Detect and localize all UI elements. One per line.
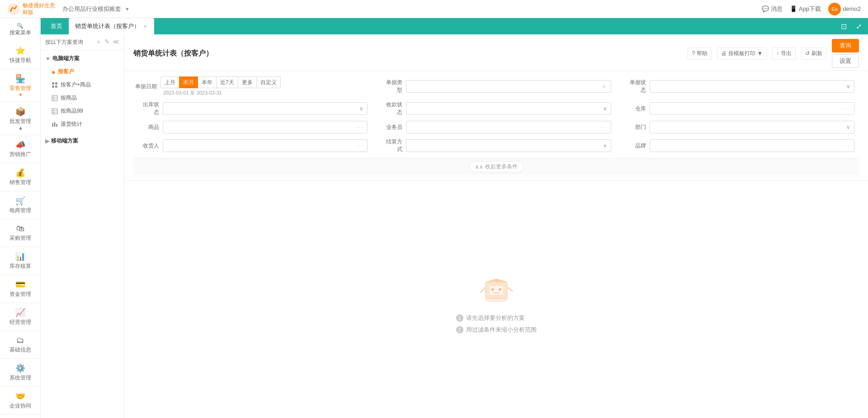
date-btn-custom[interactable]: 自定义	[256, 76, 281, 88]
sidebar-item-wholesale[interactable]: 📦 批发管理 ▲	[0, 102, 40, 135]
scheme-customer-icon: ●	[52, 68, 55, 76]
settings-btn[interactable]: 设置	[832, 54, 859, 68]
order-type-dropdown-icon: ∨	[602, 83, 607, 90]
logo-text: 畅捷通好生意 标版	[23, 2, 55, 15]
salesperson-select[interactable]: ···	[406, 121, 611, 133]
sidebar-item-quicknav[interactable]: ⭐ 快捷导航	[0, 41, 40, 69]
svg-rect-16	[56, 124, 57, 127]
filter-row-2: 出库状态 ∨ 收款状态 ∨	[133, 101, 859, 116]
basic-icon: 🗂	[16, 336, 24, 345]
sidebar-item-ecommerce[interactable]: 🛒 电商管理	[0, 191, 40, 219]
filter-brand-label: 品牌	[625, 142, 650, 150]
empty-state-illustration	[474, 261, 519, 307]
payment-status-select[interactable]: ∨	[406, 102, 611, 115]
group-expand-icon: ▼	[45, 56, 51, 62]
filter-row-3: 商品 ··· 业务员 ···	[133, 121, 859, 133]
scheme-refund-stats[interactable]: 退货统计	[41, 118, 124, 131]
department-select[interactable]: ∨	[650, 121, 854, 133]
date-btn-this-year[interactable]: 本年	[198, 76, 217, 88]
purchase-icon: 🛍	[16, 224, 24, 233]
sidebar-item-newbie[interactable]: 🎯 新手引导	[0, 415, 40, 418]
edit-scheme-btn[interactable]: ✎	[104, 38, 110, 46]
scheme-by-product99[interactable]: 按商品99	[41, 104, 124, 118]
filter-department-label: 部门	[625, 124, 650, 131]
print-btn[interactable]: 🖨 按模板打印 ▼	[717, 48, 767, 60]
sidebar-item-basic[interactable]: 🗂 基础信息	[0, 331, 40, 359]
scheme-by-product[interactable]: 按商品	[41, 91, 124, 104]
wholesale-arrow: ▲	[19, 125, 23, 130]
mobile-group-title[interactable]: ▶ 移动端方案	[41, 134, 124, 147]
page-actions: ? 帮助 🖨 按模板打印 ▼ ↑ 导出 ↺	[688, 39, 859, 68]
sidebar-item-sales[interactable]: 💰 销售管理	[0, 163, 40, 191]
query-btn[interactable]: 查询	[832, 39, 859, 52]
filter-settlement-label: 结算方式	[381, 138, 406, 153]
panel-header-left: 按以下方案查询	[45, 38, 83, 46]
filter-area: 单据日期 上月 本月 本年 近7天 更多 自定义 20	[124, 71, 868, 181]
salesperson-more-icon: ···	[600, 124, 607, 130]
export-btn[interactable]: ↑ 导出	[772, 48, 796, 60]
tab-active[interactable]: 销货单统计表（按客户） ×	[69, 18, 154, 34]
tab-restore-btn[interactable]: ⊡	[838, 21, 849, 32]
filter-warehouse-cell: 仓库 ···	[620, 101, 859, 116]
scheme-by-customer-product[interactable]: 按客户+商品	[41, 78, 124, 91]
svg-point-23	[499, 288, 501, 291]
empty-state-tips: 1 请先选择要分析的方案 2 用过滤条件来缩小分析范围	[456, 314, 537, 337]
sidebar-item-cooperation[interactable]: 🤝 企业协同	[0, 387, 40, 415]
user-menu[interactable]: Ea demo2	[828, 3, 861, 15]
settlement-dropdown-icon: ∨	[603, 142, 607, 149]
app-download-action[interactable]: 📱 App下载	[790, 5, 821, 13]
settlement-select[interactable]: ∨	[406, 139, 611, 152]
filter-date-controls: 上月 本月 本年 近7天 更多 自定义 2023-03-01 至 2023-03…	[160, 76, 372, 96]
top-header: 畅捷通好生意 标版 办公用品行业模拟账套 ▼ 💬 消息 📱 App下载 Ea d…	[0, 0, 868, 18]
export-icon: ↑	[776, 50, 779, 57]
sidebar-item-marketing[interactable]: 📣 营销推广	[0, 135, 40, 163]
scheme-product-icon	[52, 95, 58, 101]
order-status-dropdown-icon: ∨	[846, 83, 850, 90]
svg-rect-10	[52, 109, 57, 114]
order-status-select[interactable]: ∨	[650, 80, 854, 93]
tip-num-2: 2	[456, 326, 463, 333]
recipient-select[interactable]: ···	[163, 139, 368, 152]
date-btn-last-month[interactable]: 上月	[160, 76, 179, 88]
sidebar-item-finance[interactable]: 💳 资金管理	[0, 275, 40, 303]
inventory-icon: 📊	[15, 252, 25, 261]
filter-product-cell: 商品 ···	[133, 121, 372, 133]
svg-rect-6	[52, 95, 57, 101]
sidebar-item-purchase[interactable]: 🛍 采购管理	[0, 219, 40, 247]
filter-row-1: 单据日期 上月 本月 本年 近7天 更多 自定义 20	[133, 76, 859, 96]
tab-maximize-btn[interactable]: ⤢	[853, 21, 864, 32]
desktop-group-title[interactable]: ▼ 电脑端方案	[41, 52, 124, 65]
stock-status-dropdown-icon: ∨	[359, 105, 363, 112]
filter-payment-label: 收款状态	[381, 101, 406, 116]
sidebar-item-system[interactable]: ⚙️ 系统管理	[0, 359, 40, 387]
date-btn-this-month[interactable]: 本月	[179, 76, 198, 88]
date-btn-7days[interactable]: 近7天	[216, 76, 238, 88]
warehouse-select[interactable]: ···	[650, 102, 854, 115]
product-select[interactable]: ···	[163, 121, 368, 133]
order-type-select[interactable]: ∨	[406, 80, 611, 93]
sidebar-item-search[interactable]: 🔍 搜索菜单	[0, 18, 40, 41]
date-btn-more[interactable]: 更多	[238, 76, 257, 88]
header-dropdown[interactable]: ▼	[125, 6, 130, 12]
tab-bar: 首页 销货单统计表（按客户） × ⊡ ⤢	[41, 18, 868, 34]
filter-settlement-cell: 结算方式 ∨	[377, 138, 615, 153]
refresh-btn[interactable]: ↺ 刷新	[801, 48, 826, 60]
tab-home[interactable]: 首页	[44, 18, 69, 34]
collapse-panel-btn[interactable]: ≪	[113, 38, 119, 46]
filter-order-status-label: 单据状态	[625, 79, 650, 94]
collapse-btn[interactable]: ∧∧ 收起更多条件	[469, 161, 524, 172]
svg-point-22	[491, 288, 494, 291]
help-btn[interactable]: ? 帮助	[688, 48, 712, 60]
sidebar-item-retail[interactable]: 🏪 零售管理 ▼	[0, 69, 40, 102]
message-action[interactable]: 💬 消息	[762, 5, 783, 13]
tab-close-btn[interactable]: ×	[142, 23, 148, 29]
sidebar-item-inventory[interactable]: 📊 库存核算	[0, 247, 40, 275]
scheme-by-customer[interactable]: ● 按客户	[41, 65, 124, 78]
add-scheme-btn[interactable]: ＋	[95, 38, 102, 46]
stock-status-select[interactable]: ∨	[163, 102, 368, 115]
collapse-bar: ∧∧ 收起更多条件	[133, 158, 859, 175]
sidebar-item-operations[interactable]: 📈 经营管理	[0, 303, 40, 331]
svg-line-24	[481, 288, 485, 292]
brand-select[interactable]: ···	[650, 139, 854, 152]
svg-line-25	[508, 288, 512, 291]
